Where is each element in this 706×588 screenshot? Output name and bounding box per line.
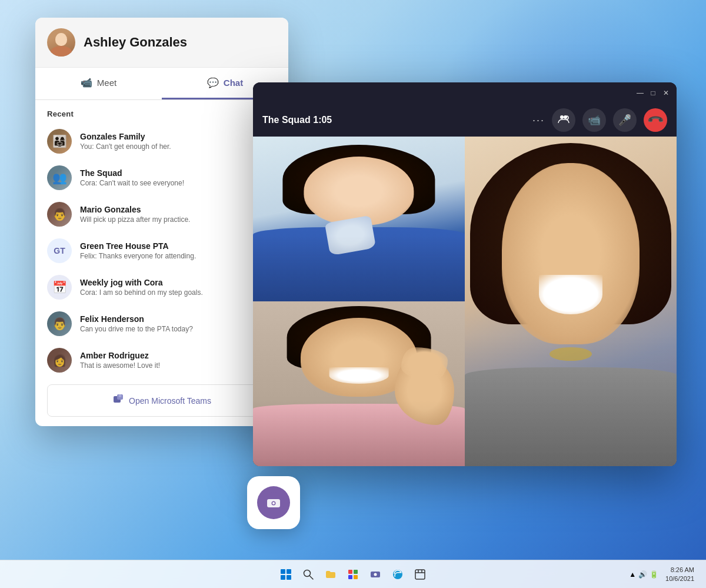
participants-button[interactable]	[552, 108, 575, 132]
contact-name-green-tree: Green Tree House PTA	[80, 241, 277, 251]
titlebar-controls: — □ ✕	[637, 89, 670, 97]
recent-label: Recent	[47, 109, 277, 118]
contact-preview-felix-henderson: Can you drive me to the PTA today?	[80, 325, 277, 333]
contact-info-mario-gonzales: Mario Gonzales Will pick up pizza after …	[80, 205, 277, 224]
avatar-the-squad: 👥	[47, 165, 72, 190]
taskbar-store-button[interactable]	[344, 565, 362, 584]
svg-rect-11	[287, 575, 291, 580]
taskbar-explorer-button[interactable]	[321, 565, 340, 584]
avatar-gonzales-family: 👨‍👩‍👧	[47, 129, 72, 154]
taskbar-teams-button[interactable]	[366, 565, 385, 584]
tabs-container: 📹 Meet 💬 Chat	[35, 68, 288, 100]
contact-preview-amber-rodriguez: That is awesome! Love it!	[80, 361, 277, 370]
contact-item-weekly-jog[interactable]: 📅 Weekly jog with Cora Cora: I am so beh…	[35, 269, 288, 305]
mic-icon: 🎤	[618, 114, 631, 127]
contact-item-amber-rodriguez[interactable]: 👩 Amber Rodriguez That is awesome! Love …	[35, 342, 288, 378]
svg-rect-10	[281, 575, 285, 580]
contact-preview-gonzales-family: You: Can't get enough of her.	[80, 142, 277, 151]
taskbar: ▲ 🔊 🔋 8:26 AM 10/6/2021	[0, 560, 706, 588]
close-button[interactable]: ✕	[662, 89, 670, 97]
camera-icon: 📹	[588, 114, 601, 127]
contact-info-amber-rodriguez: Amber Rodriguez That is awesome! Love it…	[80, 351, 277, 370]
svg-point-2	[119, 394, 122, 397]
recent-section: Recent	[35, 100, 288, 118]
contact-preview-the-squad: Cora: Can't wait to see everyone!	[80, 179, 277, 187]
video-titlebar: — □ ✕	[253, 82, 677, 104]
open-teams-button[interactable]: Open Microsoft Teams	[47, 384, 277, 417]
avatar-mario-gonzales: 👨	[47, 202, 72, 227]
teams-app-icon	[257, 486, 290, 519]
svg-rect-8	[281, 569, 285, 574]
contact-name-weekly-jog: Weekly jog with Cora	[80, 278, 277, 287]
video-cell-1	[253, 137, 465, 301]
taskbar-clock[interactable]: 8:26 AM 10/6/2021	[665, 566, 694, 583]
minimize-button[interactable]: —	[637, 89, 644, 97]
taskbar-edge-button[interactable]	[388, 565, 407, 584]
tab-chat-label: Chat	[224, 78, 243, 88]
taskbar-start-button[interactable]	[277, 565, 295, 584]
avatar-green-tree: GT	[47, 238, 72, 263]
close-icon: ✕	[663, 89, 669, 97]
video-grid	[253, 137, 677, 466]
taskbar-search-button[interactable]	[299, 565, 318, 584]
contact-item-gonzales-family[interactable]: 👨‍👩‍👧 Gonzales Family You: Can't get eno…	[35, 123, 288, 160]
svg-point-19	[393, 570, 402, 579]
svg-point-7	[272, 502, 275, 504]
svg-point-18	[374, 573, 377, 576]
contact-info-green-tree: Green Tree House PTA Felix: Thanks every…	[80, 241, 277, 260]
avatar-amber-rodriguez: 👩	[47, 348, 72, 373]
user-avatar	[47, 28, 75, 57]
chat-panel-header: Ashley Gonzales	[35, 18, 288, 68]
video-call-window: — □ ✕ The Squad 1:05 ···	[253, 82, 677, 466]
contact-item-green-tree[interactable]: GT Green Tree House PTA Felix: Thanks ev…	[35, 232, 288, 269]
svg-rect-16	[348, 575, 352, 579]
taskbar-time-display: 8:26 AM	[665, 566, 694, 574]
taskbar-settings-button[interactable]	[411, 565, 429, 584]
tab-meet[interactable]: 📹 Meet	[35, 68, 162, 99]
open-teams-label: Open Microsoft Teams	[129, 396, 211, 406]
contact-info-gonzales-family: Gonzales Family You: Can't get enough of…	[80, 132, 277, 151]
chat-panel: Ashley Gonzales 📹 Meet 💬 Chat Recent 👨‍👩…	[35, 18, 288, 426]
contact-list: 👨‍👩‍👧 Gonzales Family You: Can't get eno…	[35, 123, 288, 378]
meet-icon: 📹	[81, 77, 92, 88]
avatar-weekly-jog: 📅	[47, 275, 72, 300]
contact-item-mario-gonzales[interactable]: 👨 Mario Gonzales Will pick up pizza afte…	[35, 196, 288, 232]
end-call-icon: 📞	[646, 111, 664, 129]
teams-logo-icon	[112, 393, 124, 408]
contact-preview-green-tree: Felix: Thanks everyone for attending.	[80, 252, 277, 260]
contact-info-the-squad: The Squad Cora: Can't wait to see everyo…	[80, 168, 277, 187]
participants-icon	[558, 113, 570, 127]
video-cell-large	[465, 137, 677, 466]
maximize-icon: □	[651, 89, 655, 97]
contact-item-felix-henderson[interactable]: 👨 Felix Henderson Can you drive me to th…	[35, 305, 288, 342]
contact-name-mario-gonzales: Mario Gonzales	[80, 205, 277, 214]
taskbar-date-display: 10/6/2021	[665, 574, 694, 583]
network-icon: ▲	[629, 570, 636, 579]
volume-icon: 🔊	[638, 570, 647, 579]
svg-rect-14	[348, 570, 352, 574]
video-call-header: The Squad 1:05 ··· 📹 🎤	[253, 104, 677, 137]
contact-name-the-squad: The Squad	[80, 168, 277, 178]
battery-icon: 🔋	[650, 570, 658, 579]
svg-point-3	[560, 115, 564, 119]
teams-float-icon[interactable]	[247, 476, 300, 529]
svg-line-13	[310, 576, 314, 579]
svg-rect-9	[287, 569, 291, 574]
svg-rect-15	[354, 570, 358, 574]
maximize-button[interactable]: □	[650, 89, 657, 97]
end-call-button[interactable]: 📞	[644, 108, 667, 132]
contact-item-the-squad[interactable]: 👥 The Squad Cora: Can't wait to see ever…	[35, 160, 288, 196]
contact-info-weekly-jog: Weekly jog with Cora Cora: I am so behin…	[80, 278, 277, 297]
tab-meet-label: Meet	[97, 78, 116, 88]
taskbar-center	[277, 565, 429, 584]
contact-info-felix-henderson: Felix Henderson Can you drive me to the …	[80, 314, 277, 333]
mic-button[interactable]: 🎤	[613, 108, 637, 132]
user-name: Ashley Gonzales	[84, 35, 187, 50]
more-options-button[interactable]: ···	[532, 114, 545, 127]
contact-name-amber-rodriguez: Amber Rodriguez	[80, 351, 277, 360]
contact-preview-mario-gonzales: Will pick up pizza after my practice.	[80, 215, 277, 224]
taskbar-sys-icons: ▲ 🔊 🔋	[629, 570, 658, 579]
contact-preview-weekly-jog: Cora: I am so behind on my step goals.	[80, 288, 277, 297]
contact-name-gonzales-family: Gonzales Family	[80, 132, 277, 141]
camera-button[interactable]: 📹	[582, 108, 606, 132]
